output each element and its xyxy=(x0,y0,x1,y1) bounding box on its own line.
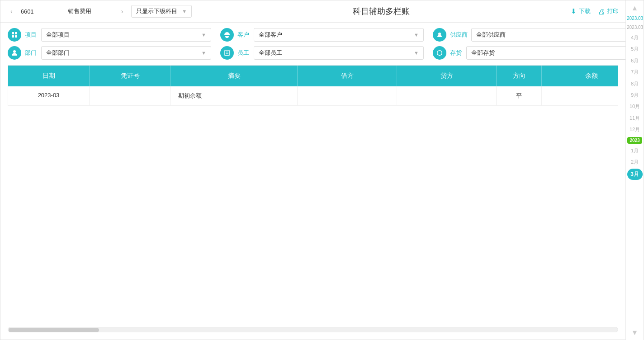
department-icon xyxy=(8,46,21,60)
timeline-item-12[interactable]: 12月 xyxy=(626,124,644,135)
department-value: 全部部门 xyxy=(46,49,70,57)
inventory-select[interactable]: 全部存货 ▼ xyxy=(466,46,636,60)
account-code-box: 6601 销售费用 xyxy=(21,7,113,15)
table-header: 日期 凭证号 摘要 借方 贷方 方向 余额 xyxy=(8,66,618,86)
supplier-icon xyxy=(433,28,446,42)
download-btn[interactable]: ⬇ 下载 xyxy=(571,7,591,15)
customer-value: 全部客户 xyxy=(259,31,282,39)
customer-label: 客户 xyxy=(237,31,250,39)
cell-debit xyxy=(298,86,397,105)
col-direction: 方向 xyxy=(497,66,542,86)
timeline-year-badge[interactable]: 2023 xyxy=(627,137,642,144)
col-summary: 摘要 xyxy=(171,66,298,86)
timeline-item-9[interactable]: 9月 xyxy=(626,90,644,101)
print-btn[interactable]: 🖨 打印 xyxy=(598,7,619,15)
timeline-item-3-active[interactable]: 3月 xyxy=(627,169,643,180)
col-balance: 余额 xyxy=(542,66,618,86)
timeline-item-4[interactable]: 4月 xyxy=(626,32,644,43)
filter-label: 只显示下级科目 xyxy=(136,7,177,15)
timeline-item-6[interactable]: 6月 xyxy=(626,55,644,66)
timeline-item-2023-03-1[interactable]: 2023.03 xyxy=(626,14,644,23)
col-credit: 贷方 xyxy=(397,66,497,86)
cell-summary: 期初余额 xyxy=(171,86,298,105)
cell-balance xyxy=(542,86,618,105)
timeline-up-nav[interactable]: ▲ xyxy=(630,2,640,14)
app-container: ‹ 6601 销售费用 › 只显示下级科目 ▼ 科目辅助多栏账 ⬇ 下载 🖨 打… xyxy=(0,0,644,340)
inventory-filter-item: 存货 全部存货 ▼ xyxy=(433,46,636,60)
cell-credit xyxy=(397,86,497,105)
h-scrollbar-track[interactable] xyxy=(8,327,618,332)
timeline-item-7[interactable]: 7月 xyxy=(626,66,644,78)
employee-select-arrow: ▼ xyxy=(414,50,419,56)
timeline-item-2023-03-2[interactable]: 2023.03 xyxy=(626,23,644,32)
department-select[interactable]: 全部部门 ▼ xyxy=(41,46,211,60)
svg-rect-6 xyxy=(225,50,229,56)
cell-voucher xyxy=(90,86,171,105)
table-row[interactable]: 2023-03 期初余额 平 xyxy=(8,86,618,106)
timeline-item-10[interactable]: 10月 xyxy=(626,101,644,112)
cell-direction: 平 xyxy=(497,86,542,105)
svg-rect-3 xyxy=(15,35,17,38)
show-sub-accounts-filter[interactable]: 只显示下级科目 ▼ xyxy=(131,5,192,18)
account-code: 6601 xyxy=(21,8,66,15)
timeline-down-nav[interactable]: ▼ xyxy=(630,327,640,339)
supplier-filter-item: 供应商 全部供应商 ▼ xyxy=(433,28,636,42)
cell-date: 2023-03 xyxy=(8,86,90,105)
download-icon: ⬇ xyxy=(571,7,577,15)
project-select-arrow: ▼ xyxy=(201,32,206,38)
department-filter-item: 部门 全部部门 ▼ xyxy=(8,46,211,60)
customer-select[interactable]: 全部客户 ▼ xyxy=(254,28,424,42)
employee-label: 员工 xyxy=(237,49,250,57)
supplier-label: 供应商 xyxy=(450,31,468,39)
timeline-panel: ▲ 2023.03 2023.03 4月 5月 6月 7月 8月 9月 10月 … xyxy=(625,0,644,340)
filter-area: 项目 全部项目 ▼ 客户 全部客户 ▼ 供应商 全部供应商 ▼ xyxy=(0,23,644,65)
timeline-item-5[interactable]: 5月 xyxy=(626,43,644,55)
inventory-value: 全部存货 xyxy=(471,49,495,57)
project-icon xyxy=(8,28,21,42)
col-debit: 借方 xyxy=(298,66,397,86)
supplier-select[interactable]: 全部供应商 ▼ xyxy=(471,28,636,42)
svg-point-5 xyxy=(13,50,16,53)
project-filter-item: 项目 全部项目 ▼ xyxy=(8,28,211,42)
header: ‹ 6601 销售费用 › 只显示下级科目 ▼ 科目辅助多栏账 ⬇ 下载 🖨 打… xyxy=(0,0,644,23)
svg-rect-1 xyxy=(15,32,17,34)
customer-icon xyxy=(220,28,234,42)
customer-select-arrow: ▼ xyxy=(414,32,419,38)
project-label: 项目 xyxy=(25,31,38,39)
col-voucher: 凭证号 xyxy=(90,66,171,86)
page-title: 科目辅助多栏账 xyxy=(197,6,565,17)
department-label: 部门 xyxy=(25,49,38,57)
timeline-item-11[interactable]: 11月 xyxy=(626,113,644,124)
svg-rect-2 xyxy=(12,35,14,38)
customer-filter-item: 客户 全部客户 ▼ xyxy=(220,28,424,42)
col-date: 日期 xyxy=(8,66,90,86)
project-value: 全部项目 xyxy=(46,31,70,39)
employee-select[interactable]: 全部员工 ▼ xyxy=(254,46,424,60)
table-wrapper: 日期 凭证号 摘要 借方 贷方 方向 余额 2023-03 期初余额 平 xyxy=(8,65,618,106)
print-label: 打印 xyxy=(607,7,619,15)
next-account-btn[interactable]: › xyxy=(118,7,126,16)
employee-filter-item: 员工 全部员工 ▼ xyxy=(220,46,424,60)
table-body: 2023-03 期初余额 平 xyxy=(8,86,618,106)
prev-account-btn[interactable]: ‹ xyxy=(8,7,15,16)
download-label: 下载 xyxy=(579,7,591,15)
timeline-item-1[interactable]: 1月 xyxy=(626,145,644,156)
employee-value: 全部员工 xyxy=(259,49,282,57)
inventory-icon xyxy=(433,46,446,60)
department-select-arrow: ▼ xyxy=(201,50,206,56)
account-name: 销售费用 xyxy=(68,7,113,15)
inventory-label: 存货 xyxy=(450,49,463,57)
timeline-item-8[interactable]: 8月 xyxy=(626,78,644,90)
svg-rect-0 xyxy=(12,32,14,34)
employee-icon xyxy=(220,46,234,60)
supplier-value: 全部供应商 xyxy=(476,31,506,39)
print-icon: 🖨 xyxy=(598,8,605,15)
timeline-item-2[interactable]: 2月 xyxy=(626,156,644,168)
project-select[interactable]: 全部项目 ▼ xyxy=(41,28,211,42)
h-scrollbar-thumb[interactable] xyxy=(9,328,99,332)
filter-dropdown-arrow: ▼ xyxy=(182,9,187,14)
